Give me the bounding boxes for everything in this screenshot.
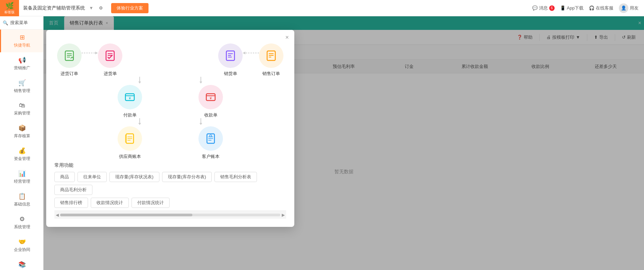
gear-icon: ⚙ bbox=[99, 5, 103, 11]
app-download-button[interactable]: 📱 App下载 bbox=[560, 5, 584, 11]
finance-icon: 💰 bbox=[18, 147, 26, 155]
operation-label: 经营管理 bbox=[14, 179, 30, 184]
logo-icon: 🌿 bbox=[5, 2, 14, 10]
basic-info-icon: 📋 bbox=[18, 193, 26, 200]
sidebar-item-system[interactable]: ⚙ 系统管理 bbox=[0, 211, 43, 234]
common-btn-sales-gross[interactable]: 销售毛利分析表 bbox=[214, 172, 257, 182]
svg-marker-5 bbox=[95, 52, 98, 54]
quick-nav-icon: ⊞ bbox=[20, 34, 25, 41]
svg-rect-37 bbox=[125, 134, 126, 143]
flow-col-customer-ledger: 客户账本 bbox=[198, 126, 223, 160]
purchase-icon: 🛍 bbox=[19, 102, 25, 109]
flow-section: 进货订单 进货单 bbox=[54, 38, 286, 160]
sidebar-item-basic-info[interactable]: 📋 基础信息 bbox=[0, 188, 43, 211]
supplier-ledger-label: 供应商账本 bbox=[119, 154, 141, 160]
common-btns-row2: 销售排行榜 收款情况统计 付款情况统计 bbox=[54, 198, 286, 208]
receipt-label: 收款单 bbox=[204, 112, 217, 118]
message-button[interactable]: 💬 消息 6 bbox=[532, 5, 555, 11]
inventory-label: 库存核算 bbox=[14, 133, 30, 139]
scroll-right-arrow[interactable]: ▶ bbox=[282, 213, 285, 217]
top-bar: 🌿 标签版 装备及固定资产辅助管理系统 ▼ ⚙ 体验行业方案 💬 消息 6 📱 … bbox=[0, 0, 644, 16]
top-bar-right: 💬 消息 6 📱 App下载 🎧 在线客服 👤 用友 bbox=[532, 3, 639, 13]
supplier-ledger-circle[interactable] bbox=[118, 126, 142, 151]
sidebar-item-newbie[interactable]: 📚 新手引导 bbox=[0, 257, 43, 270]
marketing-label: 营销推广 bbox=[14, 65, 30, 71]
marketing-icon: 📢 bbox=[18, 56, 26, 64]
common-btn-payment-stat[interactable]: 付款情况统计 bbox=[132, 198, 170, 208]
common-btns-row1: 商品 往来单位 现存量(库存状况表) 现存量(库存分布表) 销售毛利分析表 商品… bbox=[54, 172, 286, 195]
svg-marker-14 bbox=[243, 52, 245, 54]
sidebar-item-purchase[interactable]: 🛍 采购管理 bbox=[0, 98, 43, 120]
title-dropdown-icon[interactable]: ▼ bbox=[89, 5, 93, 11]
modal-close-button[interactable]: × bbox=[285, 34, 289, 41]
payment-circle[interactable]: ¥ bbox=[118, 85, 142, 109]
collab-label: 企业协同 bbox=[14, 247, 30, 253]
avatar: 👤 bbox=[619, 3, 628, 13]
sidebar-item-sales[interactable]: 🛒 销售管理 bbox=[0, 75, 43, 98]
sidebar-item-marketing[interactable]: 📢 营销推广 bbox=[0, 52, 43, 75]
scroll-thumb[interactable] bbox=[60, 214, 192, 216]
app-title: 装备及固定资产辅助管理系统 bbox=[23, 5, 85, 11]
experience-button[interactable]: 体验行业方案 bbox=[111, 3, 149, 13]
search-icon: 🔍 bbox=[3, 20, 8, 25]
flow-col-supplier-ledger: 供应商账本 bbox=[118, 126, 142, 160]
basic-info-label: 基础信息 bbox=[14, 201, 30, 207]
finance-label: 资金管理 bbox=[14, 156, 30, 162]
search-menu-label: 搜索菜单 bbox=[10, 20, 28, 26]
common-btn-stock-status[interactable]: 现存量(库存状况表) bbox=[109, 172, 159, 182]
sidebar: 🔍 搜索菜单 ⊞ 快捷导航 📢 营销推广 🛒 销售管理 🛍 采购管理 📦 bbox=[0, 16, 43, 270]
flow-col-sales-bill: 销货单 bbox=[218, 43, 243, 77]
logo-sub: 标签版 bbox=[4, 10, 15, 15]
sidebar-item-inventory[interactable]: 📦 库存核算 bbox=[0, 120, 43, 143]
common-btn-stock-dist[interactable]: 现存量(库存分布表) bbox=[162, 172, 212, 182]
sidebar-item-collab[interactable]: 🤝 企业协同 bbox=[0, 234, 43, 257]
message-badge: 6 bbox=[549, 5, 555, 11]
common-btn-product[interactable]: 商品 bbox=[54, 172, 75, 182]
search-menu-button[interactable]: 🔍 搜索菜单 bbox=[0, 16, 43, 30]
common-btn-receipt-stat[interactable]: 收款情况统计 bbox=[91, 198, 129, 208]
modal-box: × 进货订单 bbox=[46, 30, 294, 227]
sales-bill-circle[interactable] bbox=[218, 43, 243, 68]
message-label: 消息 bbox=[539, 5, 548, 11]
svg-text:¥: ¥ bbox=[128, 96, 131, 100]
svg-point-42 bbox=[210, 135, 212, 137]
appdown-label: App下载 bbox=[567, 5, 584, 11]
top-bar-left: 装备及固定资产辅助管理系统 ▼ ⚙ 体验行业方案 bbox=[23, 3, 149, 13]
appdown-icon: 📱 bbox=[560, 5, 565, 11]
common-btn-sales-rank[interactable]: 销售排行榜 bbox=[54, 198, 88, 208]
scroll-left-arrow[interactable]: ◀ bbox=[56, 213, 59, 217]
flow-col-payment: ¥ 付款单 bbox=[118, 85, 142, 118]
user-name: 用友 bbox=[630, 5, 639, 11]
scroll-track[interactable] bbox=[60, 214, 280, 216]
sidebar-item-operation[interactable]: 📊 经营管理 bbox=[0, 166, 43, 188]
receipt-circle[interactable]: ¥ bbox=[198, 85, 223, 109]
common-section-title: 常用功能 bbox=[54, 162, 286, 168]
user-menu[interactable]: 👤 用友 bbox=[619, 3, 639, 13]
purchase-bill-circle[interactable] bbox=[98, 43, 122, 68]
sales-icon: 🛒 bbox=[18, 79, 26, 87]
customer-ledger-label: 客户账本 bbox=[202, 154, 220, 160]
newbie-icon: 📚 bbox=[18, 261, 26, 268]
purchase-bill-label: 进货单 bbox=[104, 71, 117, 77]
sidebar-item-quick-nav[interactable]: ⊞ 快捷导航 bbox=[0, 30, 43, 52]
app-logo: 🌿 标签版 bbox=[0, 0, 19, 16]
customer-ledger-circle[interactable] bbox=[198, 126, 223, 151]
purchase-order-circle[interactable] bbox=[57, 43, 82, 68]
quick-nav-label: 快捷导航 bbox=[14, 42, 30, 48]
flow-col-purchase-order: 进货订单 bbox=[57, 43, 82, 77]
sales-order-circle[interactable] bbox=[259, 43, 283, 68]
service-label: 在线客服 bbox=[596, 5, 613, 11]
main-area: 🔍 搜索菜单 ⊞ 快捷导航 📢 营销推广 🛒 销售管理 🛍 采购管理 📦 bbox=[0, 16, 644, 270]
purchase-label: 采购管理 bbox=[14, 110, 30, 116]
service-icon: 🎧 bbox=[589, 5, 594, 11]
online-service-button[interactable]: 🎧 在线客服 bbox=[589, 5, 613, 11]
sales-label: 销售管理 bbox=[14, 88, 30, 94]
flow-col-purchase-bill: 进货单 bbox=[98, 43, 122, 77]
settings-button[interactable]: ⚙ bbox=[96, 3, 106, 13]
flow-col-sales-order: 销售订单 bbox=[259, 43, 283, 77]
common-btn-partner[interactable]: 往来单位 bbox=[77, 172, 107, 182]
sidebar-item-finance[interactable]: 💰 资金管理 bbox=[0, 143, 43, 166]
sales-order-label: 销售订单 bbox=[262, 71, 280, 77]
scroll-bar-area: ◀ ▶ bbox=[54, 211, 286, 219]
common-btn-product-gross[interactable]: 商品毛利分析 bbox=[54, 185, 92, 195]
